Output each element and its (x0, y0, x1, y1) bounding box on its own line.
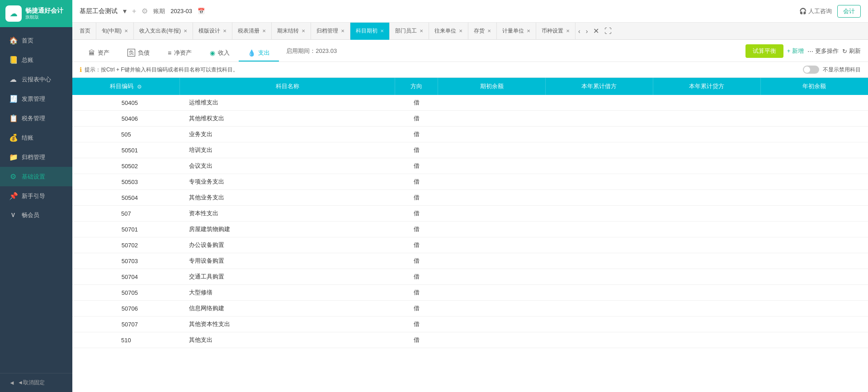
tab-prev-btn[interactable]: ‹ (576, 26, 583, 37)
sidebar-collapse-btn[interactable]: ◄ ◄取消固定 (0, 373, 72, 392)
sidebar-item-home[interactable]: 🏠 首页 (0, 31, 72, 50)
tab-period-end[interactable]: 期末结转 ✕ (272, 23, 311, 40)
tab-subject-period-close[interactable]: ✕ (380, 28, 384, 33)
cell-opening-balance (438, 142, 546, 158)
sub-tab-expense[interactable]: 💧 支出 (239, 45, 279, 61)
sidebar-item-member[interactable]: V 畅会员 (0, 206, 72, 225)
cell-direction: 借 (395, 301, 438, 316)
tab-currency-close[interactable]: ✕ (566, 28, 570, 33)
table-row[interactable]: 50702办公设备购置借 (72, 237, 868, 253)
calendar-icon[interactable]: 📅 (198, 8, 205, 14)
tab-inventory-close[interactable]: ✕ (487, 28, 491, 33)
sidebar-item-guide[interactable]: 📌 新手引导 (0, 186, 72, 206)
tab-unit-close[interactable]: ✕ (527, 28, 530, 33)
company-name[interactable]: 基层工会测试 (80, 7, 118, 15)
add-btn[interactable]: + 新增 (787, 47, 804, 55)
tab-home[interactable]: 首页 (74, 23, 96, 40)
table-row[interactable]: 50406其他维权支出借 (72, 111, 868, 127)
trial-balance-btn[interactable]: 试算平衡 (745, 44, 783, 58)
tab-archive[interactable]: 归档管理 ✕ (311, 23, 350, 40)
customer-service-label: 人工咨询 (808, 7, 832, 15)
tab-customer-supplier-close[interactable]: ✕ (459, 28, 462, 33)
col-name-label: 科目名称 (276, 83, 299, 90)
account-button[interactable]: 会计 (837, 5, 861, 18)
invoice-icon: 🧾 (9, 94, 17, 103)
sub-tab-net-asset[interactable]: ≡ 净资产 (159, 45, 201, 61)
tab-tax-clear-close[interactable]: ✕ (262, 28, 266, 33)
table-row[interactable]: 507资本性支出借 (72, 206, 868, 222)
table-row[interactable]: 50502会议支出借 (72, 158, 868, 174)
table-row[interactable]: 50705大型修缮借 (72, 285, 868, 301)
refresh-btn[interactable]: ↻ 刷新 (842, 47, 861, 55)
table-row[interactable]: 50706信息网络购建借 (72, 301, 868, 316)
column-settings-icon[interactable]: ⚙ (137, 84, 142, 90)
cell-name: 培训支出 (180, 142, 395, 158)
disable-subject-toggle[interactable] (803, 66, 819, 74)
cell-year-balance (760, 285, 868, 301)
closing-icon: 💰 (9, 133, 17, 142)
tab-template-label: 模版设计 (198, 27, 220, 35)
cell-direction: 借 (395, 316, 438, 332)
tab-archive-close[interactable]: ✕ (341, 28, 344, 33)
tab-expand-btn[interactable]: ⛶ (602, 25, 614, 37)
sidebar-item-tax[interactable]: 📋 税务管理 (0, 109, 72, 128)
customer-service-btn[interactable]: 🎧 人工咨询 (799, 7, 832, 15)
refresh-icon: ↻ (842, 48, 847, 55)
net-asset-icon: ≡ (168, 49, 171, 57)
table-row[interactable]: 50707其他资本性支出借 (72, 316, 868, 332)
sidebar-item-settings[interactable]: ⚙ 基础设置 (0, 167, 72, 186)
cell-name: 大型修缮 (180, 285, 395, 301)
cell-opening-balance (438, 237, 546, 253)
sidebar-item-ledger[interactable]: 📒 总账 (0, 50, 72, 70)
hint-bar: ℹ 提示：按Ctrl + F键并输入科目编码或者科目名称可以查找科目。 不显示禁… (72, 62, 868, 78)
sidebar-item-closing[interactable]: 💰 结账 (0, 128, 72, 147)
tab-tax-clear[interactable]: 税表清册 ✕ (232, 23, 272, 40)
tab-dept-employee-close[interactable]: ✕ (420, 28, 423, 33)
table-row[interactable]: 50504其他业务支出借 (72, 190, 868, 206)
table-row[interactable]: 50405运维维支出借 (72, 95, 868, 111)
tab-mid-close[interactable]: ✕ (124, 28, 128, 33)
more-operations-btn[interactable]: ⋯ 更多操作 (807, 47, 839, 55)
sub-tab-asset[interactable]: 🏛 资产 (80, 45, 118, 61)
sidebar-item-reports[interactable]: ☁ 云报表中心 (0, 70, 72, 89)
tab-mid[interactable]: 旬(中期) ✕ (96, 23, 134, 40)
table-row[interactable]: 510其他支出借 (72, 332, 868, 348)
table-row[interactable]: 505业务支出借 (72, 127, 868, 142)
sub-tab-liability[interactable]: 负 负债 (118, 45, 159, 61)
collapse-icon: ◄ (9, 379, 15, 386)
tab-customer-supplier[interactable]: 往来单位 ✕ (429, 23, 468, 40)
tab-inventory[interactable]: 存货 ✕ (468, 23, 497, 40)
sidebar-item-archive[interactable]: 📁 归档管理 (0, 147, 72, 167)
cell-year-debit (545, 285, 653, 301)
cell-year-credit (653, 332, 760, 348)
sidebar-item-invoice[interactable]: 🧾 发票管理 (0, 89, 72, 109)
cell-name: 专项业务支出 (180, 174, 395, 190)
table-row[interactable]: 50503专项业务支出借 (72, 174, 868, 190)
add-tab-btn[interactable]: + (132, 7, 136, 15)
tab-income-report-close[interactable]: ✕ (184, 28, 187, 33)
tab-dept-employee[interactable]: 部门员工 ✕ (390, 23, 429, 40)
tab-unit[interactable]: 计量单位 ✕ (497, 23, 536, 40)
tab-template-close[interactable]: ✕ (223, 28, 226, 33)
table-row[interactable]: 50501培训支出借 (72, 142, 868, 158)
tab-period-end-close[interactable]: ✕ (302, 28, 305, 33)
tab-next-btn[interactable]: › (583, 26, 591, 37)
settings-btn[interactable]: ⚙ (142, 7, 148, 15)
sub-tab-income[interactable]: ◉ 收入 (201, 45, 239, 61)
table-row[interactable]: 50704交通工具购置借 (72, 269, 868, 285)
tab-currency[interactable]: 币种设置 ✕ (536, 23, 576, 40)
cell-opening-balance (438, 222, 546, 237)
tab-income-report[interactable]: 收入支出表(年报) ✕ (134, 23, 193, 40)
cell-code: 50504 (72, 190, 180, 206)
table-row[interactable]: 50701房屋建筑物购建借 (72, 222, 868, 237)
table-row[interactable]: 50703专用设备购置借 (72, 253, 868, 269)
tab-subject-period[interactable]: 科目期初 ✕ (350, 23, 390, 40)
cell-opening-balance (438, 253, 546, 269)
cell-direction: 借 (395, 127, 438, 142)
toggle-label: 不显示禁用科目 (823, 66, 861, 74)
cell-year-balance (760, 301, 868, 316)
tab-currency-label: 币种设置 (542, 27, 563, 35)
dropdown-icon[interactable]: ▾ (123, 7, 127, 15)
tab-template[interactable]: 模版设计 ✕ (193, 23, 232, 40)
tab-close-all-btn[interactable]: ✕ (590, 25, 602, 37)
